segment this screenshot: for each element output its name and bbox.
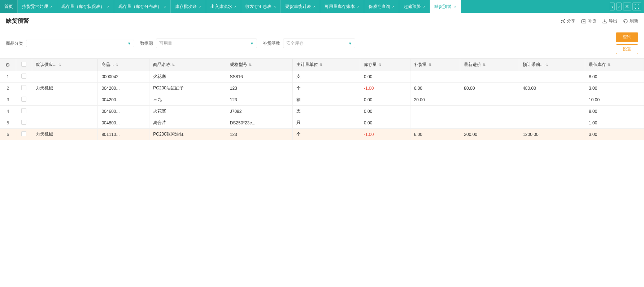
sort-code-icon[interactable]: ⇅ (115, 63, 118, 67)
tab-close-expiry-query[interactable]: × (392, 4, 395, 9)
tab-close-batch-account[interactable]: × (199, 4, 201, 9)
tab-expiry-query[interactable]: 保质期查询 × (364, 0, 399, 13)
row-checkbox-cell (16, 94, 32, 106)
sort-supplier-icon[interactable]: ⇅ (58, 63, 61, 67)
row-index: 3 (0, 94, 16, 106)
sort-spec-icon[interactable]: ⇅ (249, 63, 252, 67)
category-select[interactable]: ▼ (26, 40, 134, 47)
datasource-label: 数据源 (140, 40, 153, 47)
settings-button[interactable]: 设置 (616, 44, 638, 54)
tab-close-inventory-status[interactable]: × (107, 4, 109, 9)
header-actions: 分享 补货 导出 (560, 18, 638, 24)
tab-close-inout-flow[interactable]: × (234, 4, 236, 9)
tab-batch-account[interactable]: 库存批次账 × (171, 0, 206, 13)
sort-stock-icon[interactable]: ⇅ (378, 63, 381, 67)
sort-unit-icon[interactable]: ⇅ (319, 63, 322, 67)
tab-close-abnormal[interactable]: × (50, 4, 52, 9)
row-supplier (32, 106, 98, 117)
row-supplier: 力天机械 (32, 83, 98, 94)
col-gear: ⚙ (0, 59, 16, 71)
share-label: 分享 (567, 18, 575, 24)
tab-abnormal[interactable]: 拣货异常处理 × (18, 0, 57, 13)
sort-price-icon[interactable]: ⇅ (483, 63, 486, 67)
row-replenish-qty (410, 71, 460, 83)
datasource-filter-group: 数据源 可用量 ▼ (140, 39, 257, 48)
sort-min-stock-icon[interactable]: ⇅ (608, 63, 610, 67)
page-title: 缺货预警 (6, 17, 29, 25)
row-min-stock: 3.00 (585, 129, 644, 140)
row-checkbox[interactable] (21, 131, 26, 136)
data-table: ⚙ 默认供应... ⇅ 商品... ⇅ (0, 59, 644, 140)
tab-close-order-stat[interactable]: × (313, 4, 316, 9)
tab-home[interactable]: 首页 (0, 0, 18, 13)
row-product-code: 004800... (98, 117, 149, 129)
column-settings-icon[interactable]: ⚙ (5, 62, 11, 68)
row-checkbox[interactable] (21, 85, 26, 90)
export-button[interactable]: 导出 (602, 18, 617, 24)
table-container: ⚙ 默认供应... ⇅ 商品... ⇅ (0, 59, 644, 140)
row-min-stock: 1.00 (585, 117, 644, 129)
tab-next-button[interactable]: › (616, 3, 622, 10)
replenish-label: 补货 (588, 18, 596, 24)
row-checkbox-cell (16, 129, 32, 140)
select-all-checkbox[interactable] (21, 62, 26, 67)
col-spec: 规格型号 ⇅ (226, 59, 292, 71)
tab-inventory-status[interactable]: 现存量（库存状况表） × (57, 0, 114, 13)
tab-available-ledger[interactable]: 可用量库存账本 × (320, 0, 364, 13)
row-checkbox[interactable] (21, 74, 26, 79)
row-product-name: 火花塞 (149, 106, 226, 117)
query-button[interactable]: 查询 (616, 32, 638, 42)
sort-estimated-icon[interactable]: ⇅ (545, 63, 548, 67)
main-content: 缺货预警 分享 补货 (0, 13, 644, 287)
tab-close-shortage[interactable]: × (454, 4, 456, 9)
replenish-basis-select[interactable]: 安全库存 ▼ (283, 39, 355, 48)
replenish-button[interactable]: 补货 (581, 18, 596, 24)
sort-name-icon[interactable]: ⇅ (172, 63, 175, 67)
tab-close-overstock[interactable]: × (423, 4, 425, 9)
tab-close-all-button[interactable]: ✕ (623, 3, 631, 10)
row-index: 2 (0, 83, 16, 94)
tab-controls: ‹ › ✕ ⛶ (607, 3, 644, 10)
row-product-name: PC200油缸缸子 (149, 83, 226, 94)
col-latest-price: 最新进价 ⇅ (460, 59, 519, 71)
tab-receive-summary[interactable]: 收发存汇总表 × (241, 0, 280, 13)
row-min-stock: 3.00 (585, 83, 644, 94)
tab-order-stat[interactable]: 要货单统计表 × (281, 0, 320, 13)
row-latest-price: 200.00 (460, 129, 519, 140)
tab-close-inventory-dist[interactable]: × (164, 4, 166, 9)
row-checkbox[interactable] (21, 97, 26, 102)
col-min-stock: 最低库存 ⇅ (585, 59, 644, 71)
row-stock-qty: 0.00 (360, 71, 410, 83)
tab-bar: 首页 拣货异常处理 × 现存量（库存状况表） × 现存量（库存分布表） × 库存… (0, 0, 644, 13)
row-checkbox[interactable] (21, 120, 26, 125)
tab-inout-flow[interactable]: 出入库流水 × (206, 0, 241, 13)
row-spec: SS816 (226, 71, 292, 83)
tab-close-receive-summary[interactable]: × (274, 4, 276, 9)
replenish-basis-value: 安全库存 (286, 40, 304, 47)
row-checkbox-cell (16, 83, 32, 94)
sort-replenish-icon[interactable]: ⇅ (428, 63, 431, 67)
tab-shortage[interactable]: 缺货预警 × (430, 0, 461, 13)
row-estimated-purchase (519, 71, 585, 83)
tab-close-available-ledger[interactable]: × (357, 4, 359, 9)
col-product-name: 商品名称 ⇅ (149, 59, 226, 71)
tab-inventory-dist[interactable]: 现存量（库存分布表） × (114, 0, 171, 13)
share-button[interactable]: 分享 (560, 18, 575, 24)
tab-prev-button[interactable]: ‹ (610, 3, 615, 10)
tab-overstock[interactable]: 超储预警 × (399, 0, 430, 13)
row-product-name: 火花塞 (149, 71, 226, 83)
table-row: 5 004800... 离合片 DS250*23c... 只 0.00 1.00 (0, 117, 644, 129)
row-min-stock: 8.00 (585, 71, 644, 83)
row-unit: 个 (293, 129, 360, 140)
row-checkbox[interactable] (21, 108, 26, 113)
col-replenish-qty: 补货量 ⇅ (410, 59, 460, 71)
datasource-select[interactable]: 可用量 ▼ (156, 39, 257, 48)
row-estimated-purchase (519, 106, 585, 117)
tab-fullscreen-button[interactable]: ⛶ (632, 3, 641, 10)
row-spec: 123 (226, 129, 292, 140)
row-stock-qty: -1.00 (360, 129, 410, 140)
row-unit: 支 (293, 106, 360, 117)
refresh-button[interactable]: 刷新 (623, 18, 638, 24)
row-min-stock: 8.00 (585, 106, 644, 117)
row-latest-price (460, 117, 519, 129)
